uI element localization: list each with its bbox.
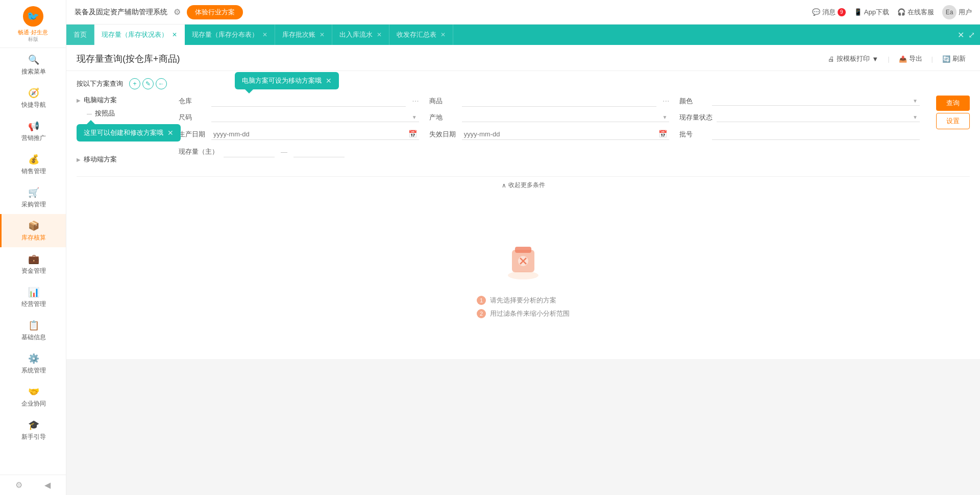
collapse-arrow-icon: ∧ xyxy=(502,182,506,189)
tab-close-inventory-dist[interactable]: ✕ xyxy=(262,31,267,38)
filter-row-dates: 生产日期 📅 失效日期 📅 xyxy=(179,128,920,140)
add-plan-btn[interactable]: + xyxy=(129,78,140,89)
svg-point-0 xyxy=(508,271,538,279)
batch-input[interactable] xyxy=(712,129,920,140)
purchase-icon: 🛒 xyxy=(28,187,39,198)
export-btn[interactable]: 📤 导出 xyxy=(895,52,926,65)
filter-row-size-origin: 尺码 ▼ 产地 ▼ xyxy=(179,113,920,122)
sidebar-label-inventory: 库存核算 xyxy=(21,233,46,242)
tab-home[interactable]: 首页 xyxy=(66,25,94,45)
search-icon: 🔍 xyxy=(28,54,39,65)
tab-inout-flow[interactable]: 出入库流水✕ xyxy=(332,25,389,45)
setting-btn[interactable]: 设置 xyxy=(936,113,970,129)
sidebar-item-operation[interactable]: 📊经营管理 xyxy=(0,280,66,314)
sidebar-item-purchase[interactable]: 🛒采购管理 xyxy=(0,181,66,214)
tab-batch-ledger[interactable]: 库存批次账✕ xyxy=(275,25,332,45)
quantity-max-input[interactable] xyxy=(293,146,345,157)
tab-recv-summary[interactable]: 收发存汇总表✕ xyxy=(389,25,453,45)
filter-expiry-date: 失效日期 📅 xyxy=(429,128,670,140)
avatar: Ea xyxy=(942,5,957,19)
produce-date-start[interactable]: 📅 xyxy=(211,128,419,140)
sidebar-item-newuser[interactable]: 🎓新手引导 xyxy=(0,413,66,446)
app-download-btn[interactable]: 📱 App下载 xyxy=(854,8,889,17)
sidebar-item-search[interactable]: 🔍搜索菜单 xyxy=(0,48,66,81)
color-select[interactable]: ▼ xyxy=(712,97,920,106)
expiry-date-start-input[interactable] xyxy=(464,130,657,138)
expiry-date-start[interactable]: 📅 xyxy=(462,128,670,140)
settings-icon[interactable]: ⚙ xyxy=(174,7,181,17)
tab-inventory-dist[interactable]: 现存量（库存分布表）✕ xyxy=(185,25,275,45)
tooltip1-close[interactable]: ✕ xyxy=(326,77,332,85)
expand-tabs-icon[interactable]: ⤢ xyxy=(968,30,975,40)
main-area: 装备及固定资产辅助管理系统 ⚙ 体验行业方案 💬 消息 9 📱 App下载 🎧 … xyxy=(66,0,980,495)
sidebar-label-finance: 资金管理 xyxy=(21,267,46,275)
tooltip-edit-hint: 这里可以创建和修改方案哦 ✕ xyxy=(77,124,181,142)
edit-plan-btn[interactable]: ✎ xyxy=(142,78,154,89)
sidebar: 🐦 畅通·好生意 标版 🔍搜索菜单🧭快捷导航📢营销推广💰销售管理🛒采购管理📦库存… xyxy=(0,0,66,495)
system-icon: ⚙️ xyxy=(28,353,39,364)
sidebar-label-search: 搜索菜单 xyxy=(21,67,46,76)
message-icon: 💬 xyxy=(812,8,820,16)
collapse-row[interactable]: ∧ 收起更多条件 xyxy=(77,176,970,194)
filter-inventory-status: 现存量状态 ▼ xyxy=(679,113,920,122)
marketing-icon: 📢 xyxy=(28,121,39,132)
tooltip2-close[interactable]: ✕ xyxy=(167,129,174,137)
search-btn[interactable]: 查询 xyxy=(936,96,970,111)
goods-dots[interactable]: ··· xyxy=(663,97,669,106)
tab-bar: 首页现存量（库存状况表）✕现存量（库存分布表）✕库存批次账✕出入库流水✕收发存汇… xyxy=(66,25,980,45)
tab-close-inventory-status[interactable]: ✕ xyxy=(172,31,177,38)
tab-label-inventory-status: 现存量（库存状况表） xyxy=(102,30,168,39)
settings-bottom-icon[interactable]: ⚙ xyxy=(15,480,22,490)
trial-btn[interactable]: 体验行业方案 xyxy=(187,5,243,19)
sales-icon: 💰 xyxy=(28,154,39,165)
produce-date-start-input[interactable] xyxy=(213,130,406,138)
sidebar-bottom: ⚙ ◀ xyxy=(0,475,66,495)
print-arrow-icon: ▼ xyxy=(872,55,878,63)
tab-close-batch-ledger[interactable]: ✕ xyxy=(320,31,325,38)
enterprise-icon: 🤝 xyxy=(28,386,39,397)
calendar-icon2[interactable]: 📅 xyxy=(658,130,667,138)
filter-top-row: 按以下方案查询 + ✎ ← 电脑方案可设为移动方案哦 ✕ xyxy=(77,78,970,89)
quantity-min-input[interactable] xyxy=(224,146,275,157)
top-header: 装备及固定资产辅助管理系统 ⚙ 体验行业方案 💬 消息 9 📱 App下载 🎧 … xyxy=(66,0,980,25)
tab-close-inout-flow[interactable]: ✕ xyxy=(377,31,382,38)
sidebar-item-sales[interactable]: 💰销售管理 xyxy=(0,148,66,181)
print-btn[interactable]: 🖨 按模板打印 ▼ xyxy=(824,52,883,65)
page-title: 现存量查询(按仓库+商品) xyxy=(77,53,180,65)
sidebar-item-guide[interactable]: 🧭快捷导航 xyxy=(0,81,66,114)
message-badge: 9 xyxy=(838,8,846,16)
sidebar-item-inventory[interactable]: 📦库存核算 xyxy=(0,214,66,247)
phone-icon: 📱 xyxy=(854,8,862,16)
mobile-plan-label: 移动端方案 xyxy=(84,155,117,164)
sidebar-item-system[interactable]: ⚙️系统管理 xyxy=(0,347,66,380)
tab-inventory-status[interactable]: 现存量（库存状况表）✕ xyxy=(94,25,185,45)
sidebar-item-finance[interactable]: 💼资金管理 xyxy=(0,247,66,280)
goods-input[interactable] xyxy=(462,96,656,107)
user-menu[interactable]: Ea 用户 xyxy=(942,5,972,19)
tab-close-recv-summary[interactable]: ✕ xyxy=(440,31,446,38)
tooltip-plan-hint: 电脑方案可设为移动方案哦 ✕ xyxy=(235,72,339,89)
refresh-btn[interactable]: 🔄 刷新 xyxy=(938,52,970,65)
filter-row-warehouse: 仓库 ··· 商品 ··· 颜色 ▼ xyxy=(179,96,920,107)
message-btn[interactable]: 💬 消息 9 xyxy=(812,8,846,17)
sidebar-item-basic[interactable]: 📋基础信息 xyxy=(0,314,66,347)
plan-item-desktop[interactable]: — 按照品 xyxy=(87,108,168,119)
sidebar-item-marketing[interactable]: 📢营销推广 xyxy=(0,114,66,148)
calendar-icon[interactable]: 📅 xyxy=(408,130,417,138)
filter-label: 按以下方案查询 xyxy=(77,79,123,88)
close-all-tabs-icon[interactable]: ✕ xyxy=(958,30,964,40)
sidebar-item-enterprise[interactable]: 🤝企业协同 xyxy=(0,380,66,413)
empty-tip-1: 1 请先选择要分析的方案 xyxy=(477,296,570,305)
online-support-btn[interactable]: 🎧 在线客服 xyxy=(897,8,934,17)
header-left: 装备及固定资产辅助管理系统 ⚙ 体验行业方案 xyxy=(75,5,243,19)
collapse-sidebar-icon[interactable]: ◀ xyxy=(44,480,51,490)
warehouse-dots[interactable]: ··· xyxy=(412,97,419,106)
inventory-status-select[interactable]: ▼ xyxy=(717,113,920,122)
sidebar-label-operation: 经营管理 xyxy=(21,300,46,309)
content-inner: 现存量查询(按仓库+商品) 🖨 按模板打印 ▼ | 📤 导出 | 🔄 xyxy=(66,45,980,359)
size-select[interactable]: ▼ xyxy=(211,113,419,122)
warehouse-input[interactable] xyxy=(211,96,406,107)
origin-select[interactable]: ▼ xyxy=(462,113,670,122)
filter-row-qty: 现存量（主） — xyxy=(179,146,920,157)
back-plan-btn[interactable]: ← xyxy=(156,78,167,89)
